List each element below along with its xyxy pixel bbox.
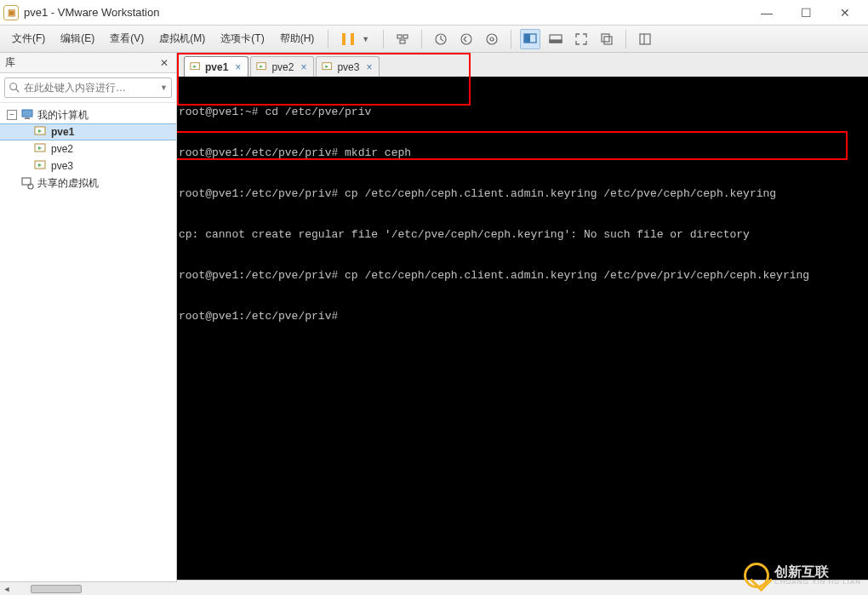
- vm-running-icon: [190, 61, 202, 73]
- collapse-icon[interactable]: −: [7, 110, 17, 120]
- svg-rect-12: [604, 37, 612, 44]
- fullscreen-button[interactable]: [571, 29, 591, 49]
- terminal-line: root@pve1:/etc/pve/priv# cp /etc/ceph/ce…: [179, 187, 866, 201]
- vm-running-icon: [34, 159, 48, 173]
- menu-view[interactable]: 查看(V): [103, 28, 151, 49]
- close-button[interactable]: ✕: [825, 0, 865, 26]
- shared-vm-icon: [20, 176, 34, 190]
- titlebar: ▣ pve1 - VMware Workstation — ☐ ✕: [0, 0, 868, 26]
- terminal-line: root@pve1:~# cd /etc/pve/priv: [179, 106, 866, 119]
- content-area: pve1 × pve2 × pve3 × root@pve1:~# cd /et…: [177, 53, 868, 595]
- tree-vm-pve2[interactable]: pve2: [0, 140, 176, 157]
- vm-running-icon: [322, 61, 334, 73]
- terminal-line: root@pve1:/etc/pve/priv# mkdir ceph: [179, 146, 866, 160]
- svg-rect-2: [400, 40, 405, 43]
- view-thumbnail-button[interactable]: [545, 29, 566, 49]
- menu-help[interactable]: 帮助(H): [273, 28, 322, 49]
- vm-running-icon: [256, 61, 268, 73]
- terminal-console[interactable]: root@pve1:~# cd /etc/pve/priv root@pve1:…: [177, 77, 868, 580]
- maximize-button[interactable]: ☐: [786, 0, 825, 26]
- computer-icon: [20, 108, 34, 122]
- tab-label: pve1: [205, 61, 228, 73]
- svg-point-5: [487, 34, 497, 44]
- sidebar-close-button[interactable]: ✕: [157, 56, 171, 70]
- svg-rect-18: [25, 117, 30, 119]
- svg-rect-1: [403, 35, 408, 38]
- snapshot-manager-button[interactable]: [482, 29, 502, 49]
- terminal-line: cp: cannot create regular file '/etc/pve…: [179, 228, 866, 242]
- separator: [625, 30, 626, 49]
- tab-label: pve3: [337, 61, 359, 73]
- svg-rect-17: [22, 110, 32, 117]
- svg-rect-8: [524, 34, 530, 43]
- sidebar-library: 库 ✕ ▼ − 我的计算机 pve1: [0, 53, 177, 595]
- separator: [511, 30, 511, 49]
- tree-label: pve2: [51, 143, 73, 155]
- separator: [383, 30, 384, 49]
- watermark-main: 创新互联: [774, 565, 861, 579]
- vm-running-icon: [34, 125, 48, 139]
- watermark-logo-icon: [744, 563, 769, 588]
- send-ctrl-alt-del-button[interactable]: [392, 29, 413, 49]
- tab-close-button[interactable]: ×: [235, 61, 241, 73]
- tree-label: pve3: [51, 160, 73, 172]
- search-box: ▼: [4, 77, 172, 98]
- tree-label: 共享的虚拟机: [37, 176, 99, 191]
- unity-button[interactable]: [597, 29, 617, 49]
- tree-label: pve1: [51, 126, 74, 138]
- view-console-button[interactable]: [520, 29, 540, 49]
- separator: [421, 30, 422, 49]
- search-input[interactable]: [24, 82, 158, 94]
- separator: [328, 30, 328, 49]
- tree-root-my-computer[interactable]: − 我的计算机: [0, 106, 176, 123]
- revert-snapshot-button[interactable]: [456, 29, 477, 49]
- minimize-button[interactable]: —: [747, 0, 786, 26]
- watermark: 创新互联 CHUANG XIN HU LIAN: [744, 563, 861, 588]
- sidebar-title: 库: [5, 55, 157, 70]
- menu-file[interactable]: 文件(F): [5, 28, 52, 49]
- window-title: pve1 - VMware Workstation: [24, 6, 747, 19]
- tab-close-button[interactable]: ×: [300, 61, 306, 73]
- svg-point-6: [490, 37, 494, 41]
- library-toggle-button[interactable]: [635, 29, 655, 49]
- window-controls: — ☐ ✕: [747, 0, 865, 26]
- tab-pve2[interactable]: pve2 ×: [250, 56, 314, 77]
- sidebar-header: 库 ✕: [0, 53, 176, 73]
- vm-running-icon: [34, 142, 48, 156]
- terminal-line: root@pve1:/etc/pve/priv#: [179, 310, 866, 323]
- tree-shared-vms[interactable]: 共享的虚拟机: [0, 174, 176, 192]
- tab-pve3[interactable]: pve3 ×: [316, 56, 380, 77]
- menu-tabs[interactable]: 选项卡(T): [214, 28, 271, 49]
- menubar: 文件(F) 编辑(E) 查看(V) 虚拟机(M) 选项卡(T) 帮助(H) ▼: [0, 26, 868, 53]
- tabstrip: pve1 × pve2 × pve3 ×: [177, 53, 868, 77]
- app-icon: ▣: [3, 5, 19, 20]
- svg-rect-10: [550, 40, 562, 43]
- main-area: 库 ✕ ▼ − 我的计算机 pve1: [0, 53, 868, 595]
- tree-label: 我的计算机: [37, 108, 89, 123]
- svg-rect-13: [640, 34, 650, 44]
- svg-rect-11: [602, 34, 609, 42]
- svg-rect-0: [397, 35, 402, 38]
- vm-tree: − 我的计算机 pve1 pve2: [0, 103, 176, 595]
- chevron-down-icon: ▼: [362, 35, 369, 43]
- tab-close-button[interactable]: ×: [366, 61, 372, 73]
- snapshot-button[interactable]: [431, 29, 451, 49]
- watermark-sub: CHUANG XIN HU LIAN: [774, 579, 861, 586]
- menu-vm[interactable]: 虚拟机(M): [152, 28, 212, 49]
- svg-point-4: [461, 34, 471, 44]
- search-icon: [9, 82, 20, 94]
- search-dropdown-button[interactable]: ▼: [160, 83, 168, 92]
- tree-vm-pve3[interactable]: pve3: [0, 157, 176, 174]
- svg-point-15: [10, 83, 17, 90]
- power-pause-button[interactable]: ▼: [339, 29, 373, 49]
- tab-label: pve2: [271, 61, 294, 73]
- svg-line-16: [16, 89, 20, 93]
- tab-pve1[interactable]: pve1 ×: [184, 56, 248, 77]
- menu-edit[interactable]: 编辑(E): [54, 28, 101, 49]
- terminal-line: root@pve1:/etc/pve/priv# cp /etc/ceph/ce…: [179, 269, 866, 283]
- search-row: ▼: [0, 73, 176, 103]
- tree-vm-pve1[interactable]: pve1: [0, 123, 176, 140]
